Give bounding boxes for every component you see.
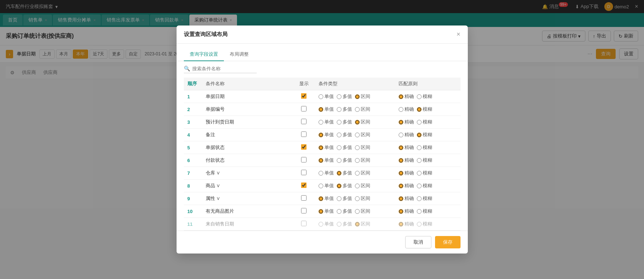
- row-show-cell: [293, 129, 315, 141]
- row-show-checkbox[interactable]: [301, 157, 307, 162]
- radio-rule-label: 模糊: [423, 208, 432, 208]
- row-rule-cell: 精确模糊: [395, 192, 461, 205]
- dialog-tab-fields-label: 查询字段设置: [190, 51, 218, 57]
- radio-rule-item[interactable]: 模糊: [417, 208, 432, 208]
- radio-type-item[interactable]: 区间: [355, 119, 370, 125]
- radio-rule-item[interactable]: 模糊: [417, 144, 432, 151]
- radio-rule-item[interactable]: 精确: [399, 157, 414, 164]
- radio-type-item[interactable]: 区间: [355, 131, 370, 138]
- row-show-checkbox[interactable]: [301, 182, 307, 188]
- dialog-title: 设置查询区域布局: [184, 31, 228, 38]
- radio-type-item[interactable]: 单值: [319, 157, 334, 164]
- row-show-checkbox[interactable]: [301, 144, 307, 150]
- radio-type-item[interactable]: 单值: [319, 93, 334, 100]
- radio-type-item[interactable]: 多值: [337, 131, 352, 138]
- radio-rule-item[interactable]: 精确: [399, 93, 414, 100]
- radio-type-label: 单值: [324, 195, 334, 202]
- radio-type-label: 区间: [361, 119, 370, 125]
- search-input[interactable]: [192, 66, 250, 71]
- radio-type-item[interactable]: 单值: [319, 170, 334, 176]
- radio-type-label: 单值: [324, 119, 334, 125]
- row-show-checkbox[interactable]: [301, 131, 307, 137]
- table-row: 4备注单值多值区间精确模糊: [184, 129, 461, 141]
- radio-type-label: 单值: [324, 106, 334, 113]
- radio-rule-item[interactable]: 精确: [399, 182, 414, 189]
- row-show-cell: [293, 192, 315, 205]
- radio-rule-item[interactable]: 模糊: [417, 195, 432, 202]
- radio-type-item[interactable]: 区间: [355, 144, 370, 151]
- row-seq: 6: [184, 154, 202, 167]
- radio-type-item[interactable]: 多值: [337, 208, 352, 208]
- radio-type-item[interactable]: 区间: [355, 93, 370, 100]
- radio-rule-item[interactable]: 精确: [399, 144, 414, 151]
- radio-type-label: 区间: [361, 144, 370, 151]
- dialog-close-button[interactable]: ×: [457, 31, 461, 38]
- radio-type-item[interactable]: 区间: [355, 170, 370, 176]
- row-show-checkbox[interactable]: [301, 170, 307, 175]
- radio-type-label: 单值: [324, 144, 334, 151]
- radio-type-item[interactable]: 区间: [355, 157, 370, 164]
- dialog-tab-layout[interactable]: 布局调整: [224, 48, 254, 61]
- radio-type-item[interactable]: 多值: [337, 182, 352, 189]
- row-show-checkbox[interactable]: [301, 106, 307, 111]
- row-seq: 8: [184, 180, 202, 192]
- radio-rule-item[interactable]: 精确: [399, 106, 414, 113]
- radio-type-label: 单值: [324, 93, 334, 100]
- radio-type-item[interactable]: 单值: [319, 131, 334, 138]
- row-condition-name: 商品 ∨: [202, 180, 293, 192]
- radio-type-item[interactable]: 区间: [355, 106, 370, 113]
- row-show-checkbox[interactable]: [301, 208, 307, 208]
- row-show-cell: [293, 103, 315, 116]
- radio-type-item[interactable]: 单值: [319, 144, 334, 151]
- row-show-cell: [293, 167, 315, 180]
- radio-type-item[interactable]: 区间: [355, 182, 370, 189]
- dialog-tab-fields[interactable]: 查询字段设置: [184, 48, 224, 61]
- radio-rule-label: 模糊: [423, 195, 432, 202]
- radio-rule-item[interactable]: 精确: [399, 131, 414, 138]
- radio-rule-label: 模糊: [423, 106, 432, 113]
- radio-type-item[interactable]: 多值: [337, 157, 352, 164]
- row-condition-name: 预计到货日期: [202, 116, 293, 129]
- radio-type-item[interactable]: 多值: [337, 119, 352, 125]
- table-row: 5单据状态单值多值区间精确模糊: [184, 141, 461, 154]
- radio-type-item[interactable]: 单值: [319, 182, 334, 189]
- radio-rule-item[interactable]: 模糊: [417, 93, 432, 100]
- radio-type-item[interactable]: 区间: [355, 208, 370, 208]
- radio-type-item[interactable]: 单值: [319, 208, 334, 208]
- dialog: 设置查询区域布局 × 查询字段设置 布局调整 🔍 顺序: [177, 25, 468, 208]
- row-type-cell: 单值多值区间: [315, 205, 395, 209]
- table-row: 9属性 ∨单值多值区间精确模糊: [184, 192, 461, 205]
- radio-type-item[interactable]: 单值: [319, 195, 334, 202]
- radio-rule-item[interactable]: 模糊: [417, 182, 432, 189]
- radio-type-item[interactable]: 多值: [337, 144, 352, 151]
- radio-rule-item[interactable]: 模糊: [417, 131, 432, 138]
- radio-type-item[interactable]: 多值: [337, 195, 352, 202]
- row-type-cell: 单值多值区间: [315, 180, 395, 192]
- radio-rule-item[interactable]: 精确: [399, 170, 414, 176]
- radio-rule-item[interactable]: 精确: [399, 119, 414, 125]
- row-show-checkbox[interactable]: [301, 93, 307, 99]
- col-header-seq: 顺序: [184, 78, 202, 90]
- row-show-checkbox[interactable]: [301, 195, 307, 201]
- radio-type-item[interactable]: 区间: [355, 195, 370, 202]
- row-show-cell: [293, 141, 315, 154]
- radio-type-item[interactable]: 多值: [337, 106, 352, 113]
- radio-rule-item[interactable]: 模糊: [417, 157, 432, 164]
- row-show-cell: [293, 154, 315, 167]
- radio-type-label: 区间: [361, 106, 370, 113]
- radio-rule-item[interactable]: 模糊: [417, 170, 432, 176]
- row-condition-name: 单据状态: [202, 141, 293, 154]
- radio-type-item[interactable]: 多值: [337, 93, 352, 100]
- radio-type-label: 单值: [324, 170, 334, 176]
- radio-type-item[interactable]: 单值: [319, 106, 334, 113]
- col-header-rule: 匹配原则: [395, 78, 461, 90]
- radio-type-item[interactable]: 单值: [319, 119, 334, 125]
- radio-type-label: 多值: [343, 131, 352, 138]
- radio-rule-item[interactable]: 精确: [399, 208, 414, 208]
- row-show-checkbox[interactable]: [301, 119, 307, 124]
- radio-rule-item[interactable]: 模糊: [417, 106, 432, 113]
- radio-rule-item[interactable]: 精确: [399, 195, 414, 202]
- radio-type-item[interactable]: 多值: [337, 170, 352, 176]
- radio-rule-item[interactable]: 模糊: [417, 119, 432, 125]
- col-header-show: 显示: [293, 78, 315, 90]
